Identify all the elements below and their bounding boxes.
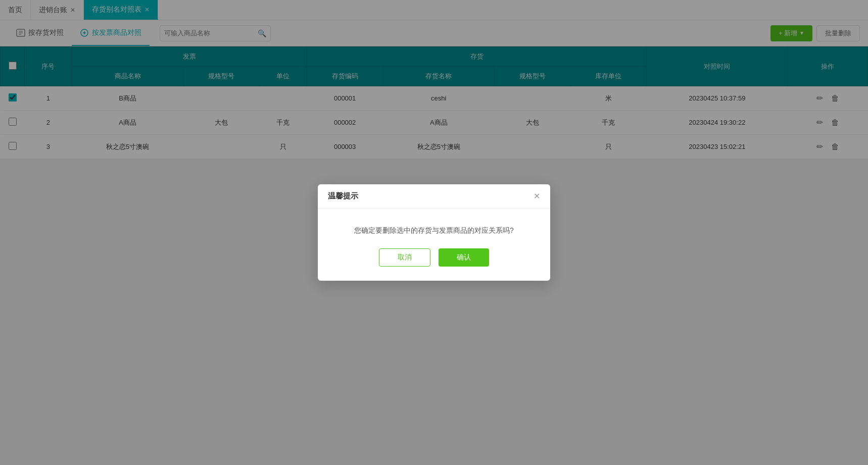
dialog-overlay: 温馨提示 ✕ 您确定要删除选中的存货与发票商品的对应关系吗? 取消 确认 [0, 0, 868, 159]
